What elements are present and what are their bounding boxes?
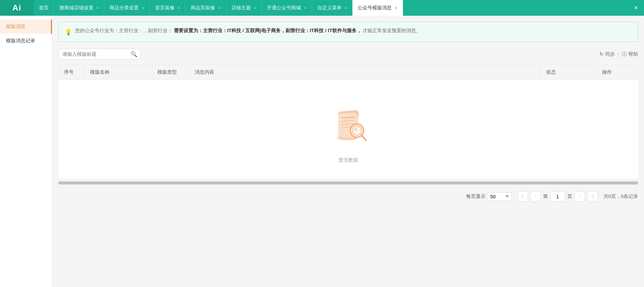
search-input-wrap: 🔍 (58, 49, 141, 59)
sync-button[interactable]: ↻ 同步 (600, 51, 615, 58)
empty-state: 暂无数据 (59, 80, 638, 178)
sidebar-item-1[interactable]: 模版消息记录 (0, 34, 52, 48)
tab-close-6[interactable]: × (304, 6, 306, 10)
tab-item-5[interactable]: 店铺主题× (226, 0, 262, 16)
scrollbar-track[interactable] (58, 181, 638, 184)
empty-illustration (324, 102, 373, 151)
main-layout: 模版消息模版消息记录 💡 您的公众号行业为：主营行业：，副营行业： 需要设置为：… (0, 16, 644, 287)
tab-item-3[interactable]: 首页装修× (150, 0, 185, 16)
tab-close-5[interactable]: × (254, 6, 256, 10)
search-left: 🔍 (58, 49, 141, 59)
page-total-info: 共0页，0条记录 (604, 193, 638, 200)
page-size-label: 每页显示 (466, 193, 486, 200)
sync-icon: ↻ (600, 51, 604, 57)
scrollbar-thumb (58, 181, 638, 184)
search-right: ↻ 同步 | ⓘ 帮助 (600, 51, 638, 58)
empty-row: 暂无数据 (59, 80, 638, 179)
tab-close-8[interactable]: × (395, 6, 397, 10)
pagination: 每页显示 102050100 |‹ ‹ 第 页 › ›| 共0页，0条记录 (58, 187, 638, 202)
top-nav: Ai 首页微商城店铺设置×商品分类设置×首页装修×商品页装修×店铺主题×开通公众… (0, 0, 644, 16)
tab-item-1[interactable]: 微商城店铺设置× (54, 0, 104, 16)
data-table: 序号模版名称模版类型消息内容状态操作 (58, 65, 638, 178)
page-first-button[interactable]: |‹ (518, 191, 528, 202)
page-word-before: 第 (543, 193, 548, 200)
search-input[interactable] (58, 49, 141, 59)
table-header-5: 操作 (597, 65, 638, 80)
notice-highlight: 需要设置为：主营行业：IT科技 / 互联网|电子商务，副营行业：IT科技 / I… (174, 28, 361, 33)
tab-item-4[interactable]: 商品页装修× (185, 0, 226, 16)
search-bar: 🔍 ↻ 同步 | ⓘ 帮助 (58, 49, 638, 59)
help-icon: ⓘ (622, 51, 627, 58)
page-next-button[interactable]: › (574, 191, 585, 202)
notice-text: 您的公众号行业为：主营行业：，副营行业： 需要设置为：主营行业：IT科技 / 互… (75, 27, 421, 35)
table-header-0: 序号 (59, 65, 85, 80)
bulb-icon: 💡 (65, 27, 72, 37)
page-prev-button[interactable]: ‹ (530, 191, 541, 202)
tab-item-6[interactable]: 开通公众号商城× (262, 0, 312, 16)
divider: | (618, 51, 619, 57)
tab-close-7[interactable]: × (345, 6, 347, 10)
tab-item-8[interactable]: 公众号模版消息× (352, 0, 403, 16)
tab-item-7[interactable]: 自定义菜单× (312, 0, 352, 16)
tab-item-2[interactable]: 商品分类设置× (104, 0, 150, 16)
page-last-button[interactable]: ›| (587, 191, 598, 202)
page-word-after: 页 (567, 193, 572, 200)
content-area: 💡 您的公众号行业为：主营行业：，副营行业： 需要设置为：主营行业：IT科技 /… (52, 16, 644, 287)
brand-logo: Ai (0, 0, 34, 16)
table-header-4: 状态 (541, 65, 597, 80)
nav-tabs: 首页微商城店铺设置×商品分类设置×首页装修×商品页装修×店铺主题×开通公众号商城… (34, 0, 628, 16)
tab-item-0[interactable]: 首页 (34, 0, 54, 16)
page-size-dropdown[interactable]: 102050100 (487, 192, 512, 201)
table-header-1: 模版名称 (85, 65, 152, 80)
notice-box: 💡 您的公众号行业为：主营行业：，副营行业： 需要设置为：主营行业：IT科技 /… (58, 22, 638, 42)
table-body: 暂无数据 (59, 80, 638, 179)
tab-close-1[interactable]: × (96, 6, 99, 10)
page-size-select: 每页显示 102050100 (466, 192, 512, 201)
table-header-row: 序号模版名称模版类型消息内容状态操作 (59, 65, 638, 80)
page-number-input[interactable] (550, 191, 565, 202)
table-header-3: 消息内容 (189, 65, 541, 80)
search-icon[interactable]: 🔍 (130, 51, 138, 58)
svg-line-7 (361, 135, 366, 140)
tab-close-2[interactable]: × (142, 6, 144, 10)
sidebar: 模版消息模版消息记录 (0, 16, 52, 287)
svg-point-6 (352, 126, 361, 135)
help-button[interactable]: ⓘ 帮助 (622, 51, 638, 58)
tab-close-4[interactable]: × (218, 6, 220, 10)
tab-close-3[interactable]: × (178, 6, 180, 10)
global-close-button[interactable]: × (628, 0, 644, 16)
table-header-2: 模版类型 (152, 65, 189, 80)
empty-text: 暂无数据 (339, 157, 358, 164)
sidebar-item-0[interactable]: 模版消息 (0, 19, 52, 34)
svg-point-8 (354, 128, 357, 131)
